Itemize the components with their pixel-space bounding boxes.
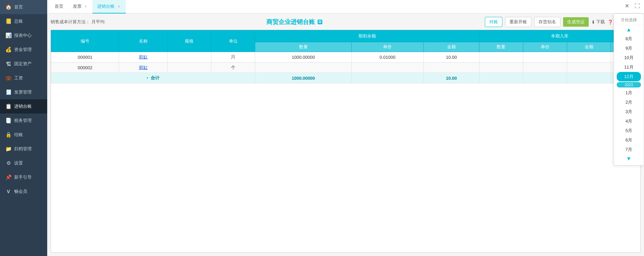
tab-purchase-sales-label: 进销台账 <box>97 3 115 9</box>
table-row: 000001 前缸 只 1000.00000 0.01000 10.00 <box>51 52 640 62</box>
month-item-4[interactable]: 4月 <box>614 117 644 126</box>
cost-method-value: 月平均 <box>91 19 105 24</box>
cell-open-price-1: 0.01000 <box>352 52 424 62</box>
cell-in-amt-2 <box>567 62 611 73</box>
sidebar-item-ledger[interactable]: 📒 总账 <box>0 14 47 28</box>
month-item-5[interactable]: 5月 <box>614 126 644 135</box>
month-scroll-down[interactable]: ▼ <box>614 154 644 163</box>
th-in-qty: 数量 <box>479 42 523 52</box>
vip-icon: V <box>5 189 11 194</box>
th-unit: 单位 <box>211 30 255 52</box>
download-label: 下载 <box>596 19 605 25</box>
home-icon: 🏠 <box>5 4 11 10</box>
archive-icon: 📁 <box>5 146 11 152</box>
cell-in-qty-1 <box>479 52 523 62</box>
month-item-6[interactable]: 6月 <box>614 135 644 145</box>
total-open-amt: 10.00 <box>423 73 479 83</box>
window-controls: ✕ ⛶ <box>623 2 641 10</box>
tab-invoice-close[interactable]: × <box>84 4 88 9</box>
assets-icon: 🏗 <box>5 61 11 67</box>
total-in-amt <box>567 73 611 83</box>
month-item-3[interactable]: 3月 <box>614 107 644 117</box>
cell-code-1: 000001 <box>51 52 119 62</box>
total-in-price <box>523 73 567 83</box>
month-item-7[interactable]: 7月 <box>614 145 644 154</box>
sidebar-label-funds: 资金管理 <box>14 47 32 53</box>
page-title-area: 商贸企业进销台账 目 <box>266 18 323 26</box>
generate-voucher-button[interactable]: 生成凭证 <box>563 17 589 27</box>
sidebar-label-assets: 固定资产 <box>14 61 32 67</box>
cell-in-amt-1 <box>567 52 611 62</box>
cell-open-price-2 <box>352 62 424 73</box>
th-name: 名称 <box>119 30 167 52</box>
th-open-price: 单价 <box>352 42 424 52</box>
total-open-price <box>352 73 424 83</box>
total-label-cell: ▪ 合计 <box>51 73 255 83</box>
th-open-qty: 数量 <box>255 42 352 52</box>
th-period-balance: 期初余额 <box>255 30 479 42</box>
closing-icon: 🔒 <box>5 132 11 138</box>
reopen-button[interactable]: 重新开账 <box>505 17 531 27</box>
month-item-11[interactable]: 11月 <box>614 62 644 72</box>
tab-purchase-sales-close[interactable]: × <box>117 4 121 9</box>
sidebar-label-archive: 归档管理 <box>14 146 32 152</box>
month-item-12[interactable]: 12月 <box>617 72 641 81</box>
purchase-sales-icon: 📋 <box>5 103 11 109</box>
cell-spec-2 <box>167 62 211 73</box>
sidebar-label-reports: 报表中心 <box>14 32 32 39</box>
duizhang-button[interactable]: 对账 <box>485 17 502 27</box>
sidebar-item-purchase-sales[interactable]: 📋 进销台账 <box>0 99 47 113</box>
sidebar-item-vip[interactable]: V 畅会员 <box>0 184 47 199</box>
month-item-10[interactable]: 10月 <box>614 53 644 62</box>
month-item-2[interactable]: 2月 <box>614 98 644 107</box>
sidebar-item-guide[interactable]: 📌 新手引导 <box>0 170 47 184</box>
tab-home[interactable]: 首页 <box>50 0 68 14</box>
sidebar-label-purchase-sales: 进销台账 <box>14 103 32 109</box>
cost-method-info: 销售成本计算方法： 月平均 <box>51 19 105 25</box>
data-table-container: 编号 名称 规格 单位 期初余额 本期入库 数量 单价 金额 数量 单价 金额 <box>51 30 641 253</box>
title-icon[interactable]: 目 <box>317 19 323 25</box>
th-spec: 规格 <box>167 30 211 52</box>
th-code: 编号 <box>51 30 119 52</box>
expand-button[interactable]: ⛶ <box>633 2 641 10</box>
sidebar-label-settings: 设置 <box>14 160 23 166</box>
sidebar-item-home[interactable]: 🏠 首页 <box>0 0 47 14</box>
month-item-1[interactable]: 1月 <box>614 88 644 98</box>
month-item-9[interactable]: 9月 <box>614 44 644 53</box>
sidebar-label-ledger: 总账 <box>14 18 23 24</box>
salary-icon: 💼 <box>5 75 11 81</box>
sidebar-item-funds[interactable]: 💰 资金管理 <box>0 43 47 57</box>
tab-invoice[interactable]: 发票 × <box>68 0 92 14</box>
cell-unit-2: 个 <box>211 62 255 73</box>
sidebar-item-settings[interactable]: ⚙ 设置 <box>0 156 47 170</box>
sidebar-item-salary[interactable]: 💼 工资 <box>0 71 47 85</box>
tab-purchase-sales[interactable]: 进销台账 × <box>92 0 125 14</box>
sidebar-label-vip: 畅会员 <box>14 188 27 195</box>
month-item-8[interactable]: 8月 <box>614 34 644 44</box>
cell-open-amt-2 <box>423 62 479 73</box>
content-area: 销售成本计算方法： 月平均 商贸企业进销台账 目 对账 重新开账 存货别名 生成… <box>47 14 644 256</box>
total-label: 合计 <box>151 75 159 80</box>
data-table: 编号 名称 规格 单位 期初余额 本期入库 数量 单价 金额 数量 单价 金额 <box>51 30 640 83</box>
download-icon: ⬇ <box>591 20 595 25</box>
sidebar-item-closing[interactable]: 🔒 结账 <box>0 128 47 142</box>
sidebar-item-invoice-mgr[interactable]: 🧾 发票管理 <box>0 85 47 99</box>
sidebar-label-invoice-mgr: 发票管理 <box>14 89 32 95</box>
cell-in-price-2 <box>523 62 567 73</box>
download-button[interactable]: ⬇ 下载 <box>591 19 605 25</box>
invoice-mgr-icon: 🧾 <box>5 89 11 95</box>
month-panel: 月份选择 ▲ 8月 9月 10月 11月 12月 2023 1月 2月 3月 4… <box>614 14 644 165</box>
settings-icon: ⚙ <box>5 160 11 166</box>
month-scroll-up[interactable]: ▲ <box>614 25 644 34</box>
sidebar-item-tax[interactable]: 📑 税务管理 <box>0 113 47 128</box>
sidebar-item-archive[interactable]: 📁 归档管理 <box>0 142 47 156</box>
sidebar-item-reports[interactable]: 📊 报表中心 <box>0 28 47 43</box>
cell-unit-1: 只 <box>211 52 255 62</box>
sidebar-item-assets[interactable]: 🏗 固定资产 <box>0 57 47 71</box>
cost-method-label: 销售成本计算方法： <box>51 19 90 24</box>
save-alias-button[interactable]: 存货别名 <box>534 17 560 27</box>
sidebar-label-salary: 工资 <box>14 75 23 81</box>
close-button[interactable]: ✕ <box>623 2 631 10</box>
tax-icon: 📑 <box>5 118 11 124</box>
cell-open-qty-2 <box>255 62 352 73</box>
